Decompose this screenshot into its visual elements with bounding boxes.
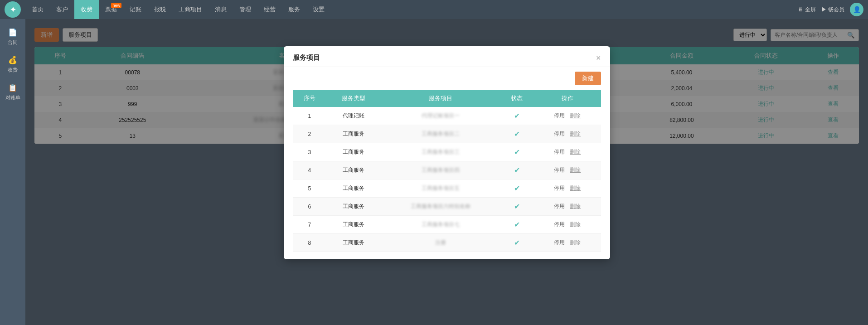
list-item: 8 工商服务 注册 ✔ 停用 删除 xyxy=(293,234,601,252)
modal-row-item: 工商服务项目三 xyxy=(381,143,500,161)
list-item: 4 工商服务 工商服务项目四 ✔ 停用 删除 xyxy=(293,161,601,179)
stop-button[interactable]: 停用 xyxy=(552,184,567,193)
nav-jizhang[interactable]: 记账 xyxy=(123,0,148,19)
modal-th-type: 服务类型 xyxy=(326,90,381,107)
modal-row-action: 停用 删除 xyxy=(534,125,601,143)
modal-row-no: 2 xyxy=(293,125,327,143)
modal-th-action: 操作 xyxy=(534,90,601,107)
modal-row-action: 停用 删除 xyxy=(534,216,601,234)
nav-fuwu[interactable]: 服务 xyxy=(282,0,306,19)
stop-button[interactable]: 停用 xyxy=(552,111,567,121)
delete-button[interactable]: 删除 xyxy=(568,184,582,193)
modal-row-status: ✔ xyxy=(500,198,534,216)
modal-row-type: 工商服务 xyxy=(326,161,381,179)
modal-row-status: ✔ xyxy=(500,143,534,161)
modal-new-button[interactable]: 新建 xyxy=(575,72,601,85)
modal-row-action: 停用 删除 xyxy=(534,179,601,198)
modal-row-item: 代理记账项目一 xyxy=(381,107,500,125)
modal-row-action: 停用 删除 xyxy=(534,198,601,216)
modal-row-type: 工商服务 xyxy=(326,143,381,161)
modal-row-item: 注册 xyxy=(381,234,500,252)
member-btn[interactable]: ▶ 畅会员 xyxy=(821,6,844,14)
modal-row-no: 7 xyxy=(293,216,327,234)
modal-close-button[interactable]: × xyxy=(596,54,601,62)
nav-right-area: 🖥 全屏 ▶ 畅会员 👤 xyxy=(798,3,863,16)
delete-button[interactable]: 删除 xyxy=(568,220,582,229)
modal-row-action: 停用 删除 xyxy=(534,143,601,161)
delete-button[interactable]: 删除 xyxy=(568,111,582,121)
modal-th-item: 服务项目 xyxy=(381,90,500,107)
modal-row-no: 6 xyxy=(293,198,327,216)
modal-row-status: ✔ xyxy=(500,234,534,252)
stop-button[interactable]: 停用 xyxy=(552,238,567,247)
modal-row-no: 5 xyxy=(293,179,327,198)
delete-button[interactable]: 删除 xyxy=(568,238,582,247)
nav-customer[interactable]: 客户 xyxy=(50,0,74,19)
modal-row-status: ✔ xyxy=(500,179,534,198)
nav-xiaoxi[interactable]: 消息 xyxy=(209,0,233,19)
sidebar-item-hetong-label: 合同 xyxy=(8,39,18,46)
modal-row-item: 工商服务项目四 xyxy=(381,161,500,179)
sidebar-item-duizhang-label: 对账单 xyxy=(5,94,20,101)
modal-header: 服务项目 × xyxy=(284,46,610,67)
modal-row-item: 工商服务项目五 xyxy=(381,179,500,198)
modal-row-status: ✔ xyxy=(500,125,534,143)
modal-row-type: 工商服务 xyxy=(326,234,381,252)
delete-button[interactable]: 删除 xyxy=(568,147,582,157)
modal-table-header: 序号 服务类型 服务项目 状态 操作 xyxy=(293,90,601,107)
modal-row-action: 停用 删除 xyxy=(534,161,601,179)
list-item: 2 工商服务 工商服务项目二 ✔ 停用 删除 xyxy=(293,125,601,143)
sidebar-item-duizhang[interactable]: 📋 对账单 xyxy=(1,79,24,105)
sidebar: 📄 合同 💰 收费 📋 对账单 xyxy=(0,19,25,325)
modal-row-no: 3 xyxy=(293,143,327,161)
stop-button[interactable]: 停用 xyxy=(552,147,567,157)
list-item: 5 工商服务 工商服务项目五 ✔ 停用 删除 xyxy=(293,179,601,198)
stop-button[interactable]: 停用 xyxy=(552,165,567,175)
nav-piaoju[interactable]: 票据 new xyxy=(99,0,123,19)
stop-button[interactable]: 停用 xyxy=(552,202,567,211)
list-item: 7 工商服务 工商服务项目七 ✔ 停用 删除 xyxy=(293,216,601,234)
statement-icon: 📋 xyxy=(8,82,18,92)
modal-row-status: ✔ xyxy=(500,107,534,125)
service-items-table: 序号 服务类型 服务项目 状态 操作 1 代理记账 代理记账项目 xyxy=(293,90,601,252)
delete-button[interactable]: 删除 xyxy=(568,202,582,211)
modal-title: 服务项目 xyxy=(293,53,320,62)
modal-row-type: 工商服务 xyxy=(326,198,381,216)
payment-icon: 💰 xyxy=(8,55,18,65)
list-item: 6 工商服务 工商服务项目六特别名称 ✔ 停用 删除 xyxy=(293,198,601,216)
modal-row-status: ✔ xyxy=(500,161,534,179)
nav-home[interactable]: 首页 xyxy=(25,0,50,19)
top-navigation: ✦ 首页 客户 收费 票据 new 记账 报税 工商项目 消息 管理 经营 服务… xyxy=(0,0,868,19)
nav-jingying[interactable]: 经营 xyxy=(257,0,282,19)
modal-row-action: 停用 删除 xyxy=(534,107,601,125)
sidebar-item-shoufei[interactable]: 💰 收费 xyxy=(1,51,24,77)
modal-row-item: 工商服务项目六特别名称 xyxy=(381,198,500,216)
modal-row-item: 工商服务项目二 xyxy=(381,125,500,143)
nav-gongshang[interactable]: 工商项目 xyxy=(172,0,209,19)
nav-guanli[interactable]: 管理 xyxy=(233,0,257,19)
modal-row-no: 8 xyxy=(293,234,327,252)
modal-row-no: 1 xyxy=(293,107,327,125)
modal-row-item: 工商服务项目七 xyxy=(381,216,500,234)
modal-th-status: 状态 xyxy=(500,90,534,107)
stop-button[interactable]: 停用 xyxy=(552,220,567,229)
modal-row-type: 工商服务 xyxy=(326,216,381,234)
main-layout: 📄 合同 💰 收费 📋 对账单 新增 服务项目 进行中 已结束 全部 xyxy=(0,19,868,325)
content-area: 新增 服务项目 进行中 已结束 全部 🔍 序号 合同编码 客 xyxy=(25,19,868,325)
modal-body: 序号 服务类型 服务项目 状态 操作 1 代理记账 代理记账项目 xyxy=(284,90,610,259)
stop-button[interactable]: 停用 xyxy=(552,129,567,139)
modal-row-type: 代理记账 xyxy=(326,107,381,125)
modal-overlay: 服务项目 × 新建 序号 服务类型 服务项目 状态 xyxy=(25,19,868,325)
nav-baoshui[interactable]: 报税 xyxy=(148,0,172,19)
avatar[interactable]: 👤 xyxy=(850,3,863,16)
modal-row-status: ✔ xyxy=(500,216,534,234)
nav-shoufei[interactable]: 收费 xyxy=(74,0,99,19)
service-items-modal: 服务项目 × 新建 序号 服务类型 服务项目 状态 xyxy=(284,46,610,259)
modal-toolbar: 新建 xyxy=(284,67,610,90)
sidebar-item-hetong[interactable]: 📄 合同 xyxy=(1,24,24,49)
delete-button[interactable]: 删除 xyxy=(568,129,582,139)
modal-row-type: 工商服务 xyxy=(326,125,381,143)
delete-button[interactable]: 删除 xyxy=(568,165,582,175)
nav-shezhi[interactable]: 设置 xyxy=(306,0,331,19)
fullscreen-btn[interactable]: 🖥 全屏 xyxy=(798,6,815,14)
